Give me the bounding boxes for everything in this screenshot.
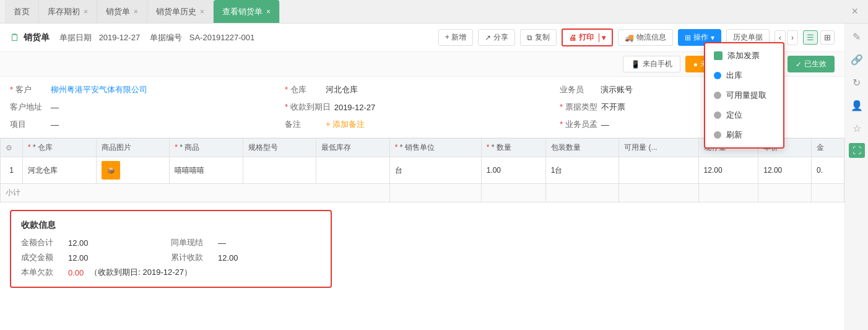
remark-label: 备注 bbox=[285, 119, 322, 130]
payment-info-section: 收款信息 金额合计 12.00 同单现结 — 成交金额 12.00 累计收款 1… bbox=[10, 210, 332, 288]
doc-date-value: 2019-12-27 bbox=[99, 33, 141, 42]
available-col-header: 可用量 (... bbox=[619, 139, 698, 157]
row-product: 嘻嘻嘻嘻 bbox=[170, 157, 243, 184]
next-button[interactable]: › bbox=[787, 30, 798, 45]
arrears-row: 本单欠款 0.00 （收款到期日: 2019-12-27） bbox=[21, 267, 321, 278]
user-icon[interactable]: 👤 bbox=[848, 97, 866, 114]
grid-view-button[interactable]: ⊞ bbox=[820, 30, 835, 45]
share-button[interactable]: ↗ 分享 bbox=[478, 29, 515, 46]
dropdown-add-invoice[interactable]: 添加发票 bbox=[705, 46, 783, 66]
min-stock-col-header: 最低库存 bbox=[316, 139, 390, 157]
doc-meta: 单据日期 2019-12-27 单据编号 SA-20191227-001 bbox=[59, 32, 254, 43]
product-img-col-header: 商品图片 bbox=[96, 139, 170, 157]
tab-sales-history[interactable]: 销货单历史 × bbox=[147, 0, 214, 23]
pkg-qty-col-header: 包装数量 bbox=[545, 139, 619, 157]
warehouse-value: 河北仓库 bbox=[326, 84, 358, 95]
doc-number-value: SA-20191227-001 bbox=[189, 33, 255, 42]
print-button[interactable]: 🖨 打印 ▾ bbox=[562, 28, 613, 46]
copy-button[interactable]: ⧉ 复制 bbox=[520, 29, 557, 46]
payment-info-grid: 金额合计 12.00 同单现结 — 成交金额 12.00 累计收款 12.00 … bbox=[21, 237, 321, 278]
row-min-stock bbox=[316, 157, 390, 184]
expand-icon[interactable]: ⛶ bbox=[849, 143, 865, 158]
cumulative-value: 12.00 bbox=[218, 253, 238, 263]
staff2-row: 业务员孟 — bbox=[560, 119, 835, 130]
dropdown-refresh[interactable]: 刷新 bbox=[705, 125, 783, 145]
window-close-button[interactable]: × bbox=[846, 2, 863, 20]
logistics-button[interactable]: 🚚 物流信息 bbox=[618, 29, 673, 46]
customer-value[interactable]: 柳州粤港平安气体有限公司 bbox=[51, 84, 147, 95]
tab-close-history[interactable]: × bbox=[200, 7, 204, 16]
same-order-row: 同单现结 — bbox=[171, 237, 321, 248]
refresh-menu-icon bbox=[714, 131, 721, 139]
address-label: 客户地址 bbox=[10, 102, 47, 113]
arrears-label: 本单欠款 bbox=[21, 267, 64, 278]
star-icon[interactable]: ☆ bbox=[850, 120, 864, 137]
print-icon: 🖨 bbox=[569, 33, 576, 42]
available-take-icon bbox=[714, 92, 721, 99]
tab-view-sales[interactable]: 查看销货单 × bbox=[214, 0, 280, 23]
dropdown-locate[interactable]: 定位 bbox=[705, 105, 783, 125]
dropdown-available-take[interactable]: 可用量提取 bbox=[705, 85, 783, 105]
tab-bar: 首页 库存期初 × 销货单 × 销货单历史 × 查看销货单 × × bbox=[0, 0, 868, 24]
subtotal-label: 小计 bbox=[1, 184, 390, 202]
tab-close-view[interactable]: × bbox=[266, 7, 271, 16]
settings-col-header: ⚙ bbox=[1, 139, 23, 157]
arrears-note: （收款到期日: 2019-12-27） bbox=[90, 267, 192, 278]
same-order-value: — bbox=[218, 238, 226, 248]
phone-status-button[interactable]: 📱 来自手机 bbox=[623, 56, 680, 72]
pending-icon: ● bbox=[693, 60, 698, 69]
payment-date-row: 收款到期日 2019-12-27 bbox=[285, 102, 560, 113]
customer-row: 客户 柳州粤港平安气体有限公司 bbox=[10, 84, 285, 95]
list-view-button[interactable]: ☰ bbox=[803, 30, 818, 45]
add-remark-button[interactable]: + 添加备注 bbox=[326, 119, 365, 130]
staff-value: 演示账号 bbox=[601, 84, 633, 95]
warehouse-row: 仓库 河北仓库 bbox=[285, 84, 560, 95]
copy-icon: ⧉ bbox=[527, 33, 532, 42]
table-settings-icon[interactable]: ⚙ bbox=[6, 144, 12, 152]
effective-status-button[interactable]: ✓ 已生效 bbox=[788, 56, 835, 72]
tab-sales-order[interactable]: 销货单 × bbox=[97, 0, 147, 23]
dropdown-out-stock[interactable]: 出库 bbox=[705, 66, 783, 85]
operate-icon: ⊞ bbox=[685, 33, 691, 42]
same-order-label: 同单现结 bbox=[171, 237, 214, 248]
amount-col-header: 金 bbox=[811, 139, 844, 157]
ticket-type-value: 不开票 bbox=[601, 102, 625, 113]
phone-icon: 📱 bbox=[631, 60, 640, 69]
row-available bbox=[619, 157, 698, 184]
link-icon[interactable]: 🔗 bbox=[848, 51, 866, 68]
payment-date-value: 2019-12-27 bbox=[334, 103, 376, 112]
ticket-type-row: 票据类型 不开票 bbox=[560, 102, 835, 113]
tab-inventory-init[interactable]: 库存期初 × bbox=[39, 0, 97, 23]
table-row: 1 河北仓库 📦 嘻嘻嘻嘻 台 1.00 1台 12.00 12.00 bbox=[1, 157, 844, 184]
address-row: 客户地址 — bbox=[10, 102, 285, 113]
row-quantity: 1.00 bbox=[481, 157, 545, 184]
row-no: 1 bbox=[1, 157, 23, 184]
staff-label: 业务员 bbox=[560, 84, 597, 95]
arrears-value: 0.00 bbox=[68, 268, 84, 277]
tab-close-inventory[interactable]: × bbox=[84, 7, 88, 16]
tab-close-sales[interactable]: × bbox=[134, 7, 138, 16]
cumulative-label: 累计收款 bbox=[171, 252, 214, 263]
row-price: 12.00 bbox=[758, 157, 812, 184]
total-amount-value: 12.00 bbox=[68, 238, 89, 248]
project-label: 项目 bbox=[10, 119, 47, 130]
new-button[interactable]: + 新增 bbox=[438, 29, 473, 46]
row-unit: 台 bbox=[389, 157, 481, 184]
warehouse-label: 仓库 bbox=[285, 84, 322, 95]
edit-icon[interactable]: ✎ bbox=[850, 28, 863, 45]
unit-col-header: * * 销售单位 bbox=[389, 139, 481, 157]
print-dropdown-arrow[interactable]: ▾ bbox=[599, 33, 605, 42]
payment-date-label: 收款到期日 bbox=[285, 102, 331, 113]
row-product-img: 📦 bbox=[96, 157, 170, 184]
customer-label: 客户 bbox=[10, 84, 47, 95]
model-col-header: 规格型号 bbox=[243, 139, 316, 157]
product-col-header: * * 商品 bbox=[170, 139, 243, 157]
doc-icon: 🗒 bbox=[10, 32, 20, 43]
refresh-circle-icon[interactable]: ↻ bbox=[850, 74, 863, 91]
right-icons-panel: ✎ 🔗 ↻ 👤 ☆ ⛶ bbox=[844, 24, 868, 330]
doc-date-label: 单据日期 2019-12-27 bbox=[59, 32, 140, 43]
tab-home[interactable]: 首页 bbox=[5, 0, 39, 23]
quantity-col-header: * * 数量 bbox=[481, 139, 545, 157]
transaction-label: 成交金额 bbox=[21, 252, 64, 263]
add-invoice-icon bbox=[714, 51, 723, 60]
